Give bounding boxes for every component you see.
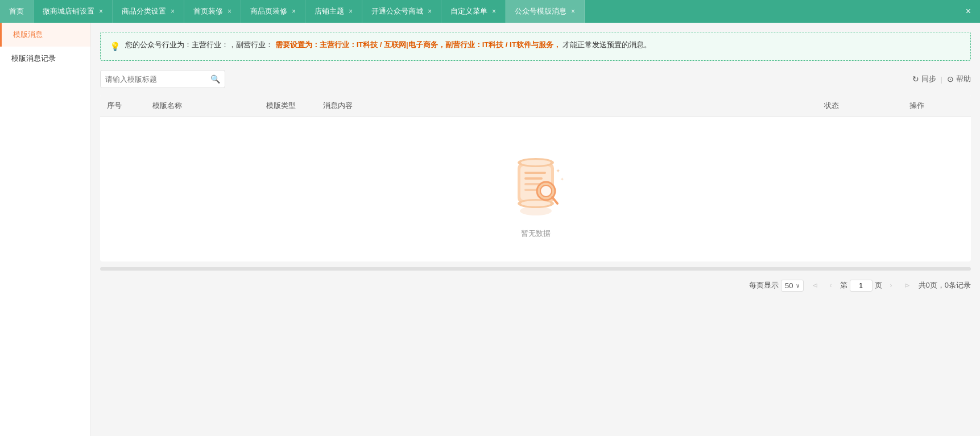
toolbar-row: 🔍 ↻ 同步 | ⊙ 帮助 xyxy=(100,70,971,88)
tab-home-decor-label: 首页装修 xyxy=(193,6,223,16)
help-label: 帮助 xyxy=(956,74,971,84)
tab-template-msg[interactable]: 公众号模版消息 × xyxy=(506,0,585,23)
svg-rect-4 xyxy=(524,177,543,180)
page-label-pre: 第 xyxy=(840,280,847,290)
empty-text: 暂无数据 xyxy=(100,229,971,239)
tab-shop-theme-label: 店铺主题 xyxy=(315,6,344,16)
tab-custom-menu[interactable]: 自定义菜单 × xyxy=(441,0,506,23)
notice-text: 您的公众号行业为：主营行业：，副营行业： 需要设置为：主营行业：IT科技 / 互… xyxy=(125,39,651,51)
svg-text:✦: ✦ xyxy=(556,168,560,174)
close-tab-template-msg[interactable]: × xyxy=(571,7,575,15)
search-button[interactable]: 🔍 xyxy=(210,74,220,84)
prev-page-button[interactable]: ‹ xyxy=(824,279,838,292)
main-content: 💡 您的公众号行业为：主营行业：，副营行业： 需要设置为：主营行业：IT科技 /… xyxy=(91,23,980,436)
empty-state-row: ✦ ✦ 暂无数据 xyxy=(100,117,971,262)
notice-icon: 💡 xyxy=(110,40,121,53)
col-header-status: 状态 xyxy=(817,95,903,117)
close-tab-shop-theme[interactable]: × xyxy=(349,7,353,15)
tab-template-msg-label: 公众号模版消息 xyxy=(515,6,567,16)
tab-weshop-setting[interactable]: 微商城店铺设置 × xyxy=(34,0,113,23)
scroll-track xyxy=(100,267,971,271)
page-label-suf: 页 xyxy=(875,280,882,290)
tab-product-decor[interactable]: 商品页装修 × xyxy=(241,0,305,23)
tab-category-setting[interactable]: 商品分类设置 × xyxy=(113,0,184,23)
sync-button[interactable]: ↻ 同步 xyxy=(912,74,936,84)
toolbar-right: ↻ 同步 | ⊙ 帮助 xyxy=(912,74,971,84)
help-button[interactable]: ⊙ 帮助 xyxy=(947,74,971,84)
close-tab-home-decor[interactable]: × xyxy=(228,7,231,15)
tab-custom-menu-label: 自定义菜单 xyxy=(450,6,487,16)
main-layout: 模版消息 模版消息记录 💡 您的公众号行业为：主营行业：，副营行业： 需要设置为… xyxy=(0,23,980,436)
search-input[interactable] xyxy=(105,75,210,84)
page-size-dropdown[interactable]: 50 ∨ xyxy=(781,280,803,292)
page-size-label: 每页显示 xyxy=(749,280,779,290)
sidebar-item-template-log[interactable]: 模版消息记录 xyxy=(0,47,90,70)
first-page-button[interactable]: ⊲ xyxy=(808,279,822,292)
table-header-row: 序号 模版名称 模版类型 消息内容 状态 操作 xyxy=(100,95,971,117)
close-tab-category[interactable]: × xyxy=(171,7,175,15)
tab-product-decor-label: 商品页装修 xyxy=(250,6,287,16)
notice-highlight: 需要设置为：主营行业：IT科技 / 互联网|电子商务，副营行业：IT科技 / I… xyxy=(275,40,561,49)
close-tab-product-decor[interactable]: × xyxy=(292,7,296,15)
page-navigation: ⊲ ‹ 第 页 › ⊳ xyxy=(808,279,914,292)
tab-shop-theme[interactable]: 店铺主题 × xyxy=(305,0,362,23)
next-page-button[interactable]: › xyxy=(884,279,898,292)
svg-point-12 xyxy=(540,185,552,197)
sync-icon: ↻ xyxy=(912,74,919,84)
svg-point-10 xyxy=(521,201,551,206)
search-box: 🔍 xyxy=(100,70,225,88)
sidebar-item-template-msg[interactable]: 模版消息 xyxy=(0,23,90,47)
tab-home-decor[interactable]: 首页装修 × xyxy=(184,0,241,23)
tab-open-mall-label: 开通公众号商城 xyxy=(371,6,423,16)
col-header-name: 模版名称 xyxy=(146,95,259,117)
svg-point-8 xyxy=(521,160,551,165)
tab-home[interactable]: 首页 xyxy=(0,0,34,23)
data-table: 序号 模版名称 模版类型 消息内容 状态 操作 xyxy=(100,95,971,261)
col-header-seq: 序号 xyxy=(100,95,146,117)
notice-prefix: 您的公众号行业为：主营行业：，副营行业： xyxy=(125,40,273,49)
horizontal-scrollbar[interactable] xyxy=(100,264,971,274)
help-icon: ⊙ xyxy=(947,74,954,84)
close-tab-custom-menu[interactable]: × xyxy=(492,7,496,15)
col-header-type: 模版类型 xyxy=(259,95,316,117)
sidebar: 模版消息 模版消息记录 xyxy=(0,23,91,436)
col-header-content: 消息内容 xyxy=(316,95,817,117)
sync-label: 同步 xyxy=(921,74,936,84)
page-size-selector: 每页显示 50 ∨ xyxy=(749,280,803,292)
pagination-row: 每页显示 50 ∨ ⊲ ‹ 第 页 › ⊳ 共0页，0条记录 xyxy=(100,274,971,297)
col-header-op: 操作 xyxy=(903,95,971,117)
chevron-down-icon: ∨ xyxy=(796,283,800,289)
last-page-button[interactable]: ⊳ xyxy=(900,279,914,292)
close-tab-open-mall[interactable]: × xyxy=(428,7,432,15)
close-all-tabs-button[interactable]: × xyxy=(957,6,980,16)
page-input[interactable] xyxy=(850,280,873,292)
svg-text:✦: ✦ xyxy=(560,177,564,182)
search-icon: 🔍 xyxy=(210,74,220,84)
tab-bar: 首页 微商城店铺设置 × 商品分类设置 × 首页装修 × 商品页装修 × 店铺主… xyxy=(0,0,980,23)
tab-weshop-setting-label: 微商城店铺设置 xyxy=(43,6,94,16)
notice-suffix: 才能正常发送预置的消息。 xyxy=(563,40,651,49)
tab-category-label: 商品分类设置 xyxy=(122,6,166,16)
svg-rect-3 xyxy=(524,172,546,174)
close-tab-weshop[interactable]: × xyxy=(99,7,103,15)
tab-home-label: 首页 xyxy=(9,6,24,16)
notice-bar: 💡 您的公众号行业为：主营行业：，副营行业： 需要设置为：主营行业：IT科技 /… xyxy=(100,32,971,61)
empty-illustration: ✦ ✦ xyxy=(502,151,570,219)
toolbar-divider: | xyxy=(941,75,942,84)
page-summary: 共0页，0条记录 xyxy=(919,280,971,290)
page-size-value: 50 xyxy=(785,281,793,290)
tab-open-mall[interactable]: 开通公众号商城 × xyxy=(362,0,441,23)
empty-state: ✦ ✦ 暂无数据 xyxy=(100,117,971,261)
